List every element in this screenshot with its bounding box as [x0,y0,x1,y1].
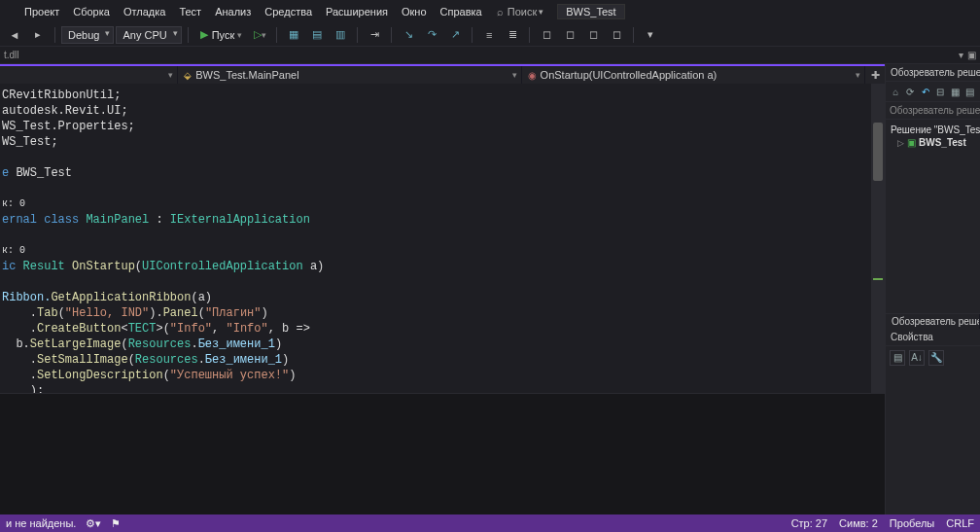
menu-item-test[interactable]: Тест [172,3,208,20]
home-icon[interactable]: ⌂ [890,85,901,98]
nav-back-button[interactable]: ◄ [4,26,25,44]
menu-search[interactable]: ⌕ Поиск ▾ [497,6,543,18]
menu-item[interactable] [4,9,18,15]
nav-split-button[interactable]: ✚ [865,66,885,84]
pin-icon[interactable]: ▾ [959,50,963,60]
tab-solution-explorer[interactable]: Обозреватель решений [886,314,980,329]
project-node[interactable]: ▷ ▣ BWS_Test [888,136,978,149]
bookmark-icon-4[interactable]: ◻ [606,26,627,44]
editor-bottom-panel [0,393,885,514]
tb-icon-1[interactable]: ▦ [283,26,304,44]
toolbar: ◄ ▸ Debug Any CPU ▶ Пуск ▾ ▷▾ ▦ ▤ ▥ ⇥ ↘ … [0,23,980,47]
platform-combo[interactable]: Any CPU [116,26,181,44]
menu-item-help[interactable]: Справка [434,3,489,20]
tb-icon-3[interactable]: ▥ [330,26,351,44]
menubar: Проект Сборка Отладка Тест Анализ Средст… [0,0,980,23]
solution-explorer-toolbar: ⌂ ⟳ ↶ ⊟ ▦ ▤ [886,82,980,102]
back-icon[interactable]: ↶ [920,85,931,98]
nav-fwd-button[interactable]: ▸ [27,26,49,44]
status-indent[interactable]: Пробелы [890,517,934,529]
menu-item-extensions[interactable]: Расширения [319,3,395,20]
document-tabs: t.dll ▾ ▣ [0,47,980,64]
comment-icon[interactable]: ≡ [478,26,500,44]
status-message: и не найдены. [6,517,76,529]
editor-column: ⬙ BWS_Test.MainPanel ◉ OnStartup(UIContr… [0,64,885,514]
solution-explorer-search[interactable]: Обозреватель решений — [886,102,980,120]
status-icon[interactable]: ⚙▾ [86,517,101,530]
vertical-scrollbar[interactable] [871,84,885,393]
solution-tree[interactable]: Решение "BWS_Test" ▷ ▣ BWS_Test [886,120,980,152]
class-icon: ⬙ [184,70,192,81]
chevron-down-icon: ▾ [237,30,242,40]
collapse-icon[interactable]: ⊟ [934,85,946,98]
properties-title: Свойства [886,329,980,346]
menu-item-project[interactable]: Проект [18,3,66,20]
solution-explorer-tabs: Обозреватель решений [886,313,980,329]
window-title: BWS_Test [557,4,624,19]
menu-item-analyze[interactable]: Анализ [208,3,258,20]
main-area: ⬙ BWS_Test.MainPanel ◉ OnStartup(UIContr… [0,64,980,514]
code-nav-bar: ⬙ BWS_Test.MainPanel ◉ OnStartup(UIContr… [0,64,885,84]
step-over-icon[interactable]: ↷ [421,26,442,44]
code-editor[interactable]: CRevitRibbonUtil; autodesk.Revit.UI; WS_… [0,84,885,393]
search-label: Поиск [508,6,537,18]
nav-member-combo[interactable]: ◉ OnStartup(UIControlledApplication a) [522,66,865,84]
categorize-icon[interactable]: ▤ [890,350,905,366]
properties-icon[interactable]: ▤ [964,85,976,98]
csproj-icon: ▣ [907,137,916,148]
scrollbar-marker [873,278,883,280]
right-panel: Обозреватель решений ⌂ ⟳ ↶ ⊟ ▦ ▤ Обозрев… [885,64,980,514]
menu-item-debug[interactable]: Отладка [117,3,172,20]
config-combo[interactable]: Debug [61,26,114,44]
bookmark-icon-2[interactable]: ◻ [559,26,580,44]
tb-icon-2[interactable]: ▤ [306,26,328,44]
chevron-down-icon: ▾ [539,7,543,17]
scrollbar-thumb[interactable] [873,123,883,181]
step-out-icon[interactable]: ↗ [444,26,466,44]
nav-project-combo[interactable] [0,66,178,84]
step-into-icon[interactable]: ↘ [398,26,419,44]
alphabetize-icon[interactable]: A↓ [909,350,925,366]
solution-node[interactable]: Решение "BWS_Test" [888,123,978,136]
nav-class-combo[interactable]: ⬙ BWS_Test.MainPanel [178,66,521,84]
status-eol[interactable]: CRLF [946,517,974,529]
menu-item-window[interactable]: Окно [395,3,434,20]
status-bar: и не найдены. ⚙▾ ⚑ Стр: 27 Симв: 2 Пробе… [0,514,980,532]
bookmark-icon-1[interactable]: ◻ [536,26,557,44]
tb-icon-4[interactable]: ⇥ [364,26,385,44]
play-icon: ▶ [200,28,208,41]
show-all-icon[interactable]: ▦ [949,85,961,98]
tb-dropdown[interactable]: ▾ [640,26,661,44]
status-flag-icon[interactable]: ⚑ [111,517,121,530]
search-icon: ⌕ [497,6,504,18]
expand-icon[interactable]: ▷ [897,138,904,148]
method-icon: ◉ [528,70,537,81]
start-without-debug-button[interactable]: ▷▾ [250,26,270,43]
wrench-icon[interactable]: 🔧 [928,350,944,366]
menu-item-tools[interactable]: Средства [258,3,319,20]
close-icon[interactable]: ▣ [967,50,976,60]
menu-item-build[interactable]: Сборка [66,3,117,20]
uncomment-icon[interactable]: ≣ [502,26,523,44]
status-col[interactable]: Симв: 2 [839,517,878,529]
solution-explorer-title: Обозреватель решений [886,64,980,82]
start-label: Пуск [212,29,235,41]
start-debug-button[interactable]: ▶ Пуск ▾ [194,27,249,42]
status-line[interactable]: Стр: 27 [791,517,827,529]
document-tab[interactable]: t.dll [4,50,19,60]
properties-panel: ▤ A↓ 🔧 [886,346,980,515]
sync-icon[interactable]: ⟳ [904,85,916,98]
bookmark-icon-3[interactable]: ◻ [582,26,604,44]
